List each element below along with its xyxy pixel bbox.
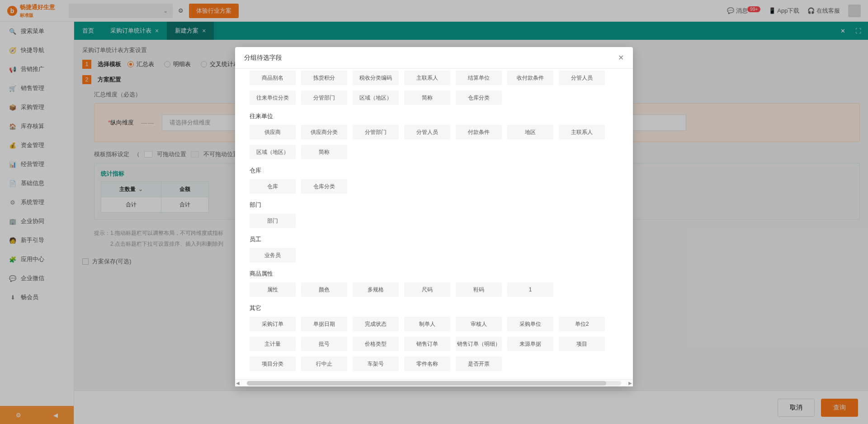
- field-tag[interactable]: 颜色: [301, 282, 347, 297]
- field-tag[interactable]: 仓库分类: [301, 179, 347, 194]
- group-field-modal: 分组待选字段 ✕ 商品别名拣货积分税收分类编码主联系人结算单位收付款条件分管人员…: [235, 47, 633, 386]
- field-tag[interactable]: 分管部门: [353, 125, 399, 139]
- field-tag[interactable]: 鞋码: [456, 282, 502, 297]
- field-tag[interactable]: 是否开票: [456, 357, 502, 371]
- field-tag[interactable]: 部门: [250, 214, 296, 228]
- field-tag[interactable]: 项目分类: [250, 357, 296, 371]
- field-tag[interactable]: 零件名称: [404, 357, 450, 371]
- field-tag[interactable]: 单据日期: [301, 317, 347, 331]
- field-tag[interactable]: 采购订单: [250, 317, 296, 331]
- group-title: 商品属性: [250, 270, 618, 278]
- field-tag[interactable]: 分管人员: [559, 71, 605, 85]
- field-tag[interactable]: 结算单位: [456, 71, 502, 85]
- scroll-left-icon[interactable]: ◀: [235, 381, 241, 386]
- group-title: 员工: [250, 235, 618, 243]
- field-tag[interactable]: 项目: [559, 337, 605, 351]
- field-tag[interactable]: 地区: [507, 125, 553, 139]
- group-title: 部门: [250, 201, 618, 209]
- field-tag[interactable]: 简称: [404, 91, 450, 105]
- field-tag[interactable]: 分管人员: [404, 125, 450, 139]
- field-tag[interactable]: 审核人: [456, 317, 502, 331]
- field-tag[interactable]: 1: [507, 282, 553, 297]
- group-title: 仓库: [250, 167, 618, 175]
- field-tag[interactable]: 仓库分类: [456, 91, 502, 105]
- field-tag[interactable]: 供应商: [250, 125, 296, 139]
- field-tag[interactable]: 收付款条件: [507, 71, 553, 85]
- modal-title: 分组待选字段: [244, 54, 282, 62]
- field-tag[interactable]: 销售订单: [404, 337, 450, 351]
- field-tag[interactable]: 区域（地区）: [353, 91, 399, 105]
- field-tag[interactable]: 主计量: [250, 337, 296, 351]
- field-tag[interactable]: 分管部门: [301, 91, 347, 105]
- field-tag[interactable]: 业务员: [250, 248, 296, 262]
- field-tag[interactable]: 属性: [250, 282, 296, 297]
- scroll-right-icon[interactable]: ▶: [627, 381, 633, 386]
- field-tag[interactable]: 供应商分类: [301, 125, 347, 139]
- field-tag[interactable]: 价格类型: [353, 337, 399, 351]
- field-tag[interactable]: 尺码: [404, 282, 450, 297]
- field-tag[interactable]: 区域（地区）: [250, 145, 296, 159]
- field-tag[interactable]: 往来单位分类: [250, 91, 296, 105]
- group-title: 往来单位: [250, 112, 618, 120]
- field-tag[interactable]: 拣货积分: [301, 71, 347, 85]
- field-tag[interactable]: 销售订单（明细）: [456, 337, 502, 351]
- field-tag[interactable]: 主联系人: [404, 71, 450, 85]
- field-tag[interactable]: 制单人: [404, 317, 450, 331]
- field-tag[interactable]: 来源单据: [507, 337, 553, 351]
- field-tag[interactable]: 行中止: [301, 357, 347, 371]
- field-tag[interactable]: 单位2: [559, 317, 605, 331]
- field-tag[interactable]: 付款条件: [456, 125, 502, 139]
- field-tag[interactable]: 简称: [301, 145, 347, 159]
- field-tag[interactable]: 完成状态: [353, 317, 399, 331]
- field-tag[interactable]: 采购单位: [507, 317, 553, 331]
- field-tag[interactable]: 税收分类编码: [353, 71, 399, 85]
- field-tag[interactable]: 主联系人: [559, 125, 605, 139]
- field-tag[interactable]: 车架号: [353, 357, 399, 371]
- modal-horizontal-scrollbar[interactable]: ◀ ▶: [235, 379, 633, 386]
- field-tag[interactable]: 多规格: [353, 282, 399, 297]
- field-tag[interactable]: 批号: [301, 337, 347, 351]
- group-title: 其它: [250, 304, 618, 312]
- field-tag[interactable]: 商品别名: [250, 71, 296, 85]
- field-tag[interactable]: 仓库: [250, 179, 296, 194]
- close-icon[interactable]: ✕: [618, 53, 624, 62]
